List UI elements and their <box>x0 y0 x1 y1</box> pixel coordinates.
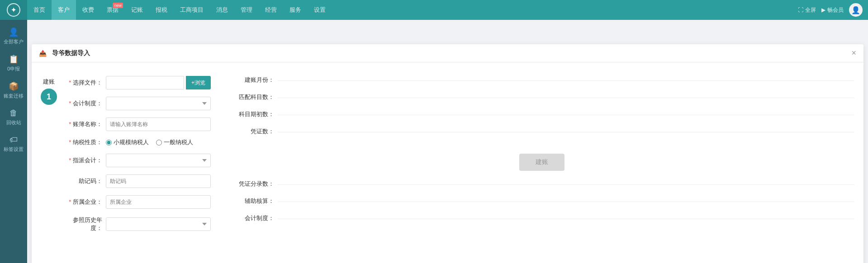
voucher-count-row: 凭证数： <box>229 127 854 136</box>
browse-button[interactable]: +浏览 <box>186 76 211 89</box>
dialog-body: 建账 1 * 选择文件： +浏览 * 会 <box>32 62 863 241</box>
build-btn-area: 建账 <box>229 154 854 171</box>
accounting-system-row: * 会计制度： <box>66 97 211 110</box>
company-row: * 所属企业： <box>66 195 211 209</box>
close-button[interactable]: × <box>851 49 856 57</box>
tax-type-row: * 纳税性质： 小规模纳税人 一般纳税人 <box>66 138 211 146</box>
step-section: 建账 1 <box>41 76 57 232</box>
account-month-value <box>278 80 854 81</box>
sidebar-item-all-customers[interactable]: 👤 全部客户 <box>0 23 27 49</box>
sidebar-item-recycle-bin[interactable]: 🗑 回收站 <box>0 105 27 130</box>
nav-item-fees[interactable]: 收费 <box>76 0 100 20</box>
tag-settings-icon: 🏷 <box>9 135 18 145</box>
subject-initial-value <box>278 114 854 115</box>
reference-year-row: 参照历史年度： <box>66 216 211 232</box>
logo-icon: ✦ <box>7 3 20 17</box>
account-migration-icon: 📦 <box>9 81 19 91</box>
memo-code-input[interactable] <box>106 174 211 188</box>
logo-area[interactable]: ✦ <box>0 0 27 20</box>
select-file-label: * 选择文件： <box>66 79 102 87</box>
select-file-row: * 选择文件： +浏览 <box>66 76 211 89</box>
small-taxpayer-radio[interactable] <box>106 140 112 146</box>
memo-code-row: 助记码： <box>66 174 211 188</box>
assign-accountant-label: * 指派会计： <box>66 156 102 164</box>
subject-initial-row: 科目期初数： <box>229 110 854 118</box>
nav-item-customers[interactable]: 客户 <box>52 0 76 20</box>
main-content: 📤 导爷数据导入 × 建账 1 * 选择文件： +浏览 <box>27 40 868 263</box>
dialog-panel: 📤 导爷数据导入 × 建账 1 * 选择文件： +浏览 <box>32 44 863 263</box>
auxiliary-row: 辅助核算： <box>229 197 854 205</box>
file-input-group: +浏览 <box>106 76 211 89</box>
general-taxpayer-option[interactable]: 一般纳税人 <box>156 138 193 146</box>
match-subjects-row: 匹配科目数： <box>229 93 854 101</box>
nav-items: 首页 客户 收费 票据 new 记账 报税 工商项目 消息 管理 经营 <box>27 0 798 20</box>
nav-item-bookkeeping[interactable]: 记账 <box>125 0 149 20</box>
recycle-bin-icon: 🗑 <box>9 108 18 118</box>
voucher-count-label: 凭证数： <box>229 127 274 136</box>
assign-accountant-select[interactable] <box>106 154 211 167</box>
sidebar-item-zero-declaration[interactable]: 📋 0申报 <box>0 51 27 76</box>
small-taxpayer-option[interactable]: 小规模纳税人 <box>106 138 149 146</box>
nav-right: ⛶ 全屏 ▶ 畅会员 👤 <box>798 3 863 17</box>
voucher-entries-value <box>278 183 854 185</box>
nav-item-bills[interactable]: 票据 new <box>100 0 125 20</box>
nav-item-messages[interactable]: 消息 <box>210 0 234 20</box>
voucher-entries-row: 凭证分录数： <box>229 180 854 188</box>
sidebar-item-account-migration[interactable]: 📦 账套迁移 <box>0 78 27 103</box>
accounting-system-select[interactable] <box>106 97 211 110</box>
badge-new: new <box>113 3 123 8</box>
reference-year-label: 参照历史年度： <box>66 216 102 232</box>
dialog-header: 📤 导爷数据导入 × <box>32 44 863 62</box>
match-subjects-value <box>278 97 854 98</box>
auxiliary-value <box>278 201 854 202</box>
match-subjects-label: 匹配科目数： <box>229 93 274 101</box>
sidebar-item-tag-settings[interactable]: 🏷 标签设置 <box>0 132 27 156</box>
subject-initial-label: 科目期初数： <box>229 110 274 118</box>
account-month-label: 建账月份： <box>229 76 274 84</box>
auxiliary-label: 辅助核算： <box>229 197 274 205</box>
nav-item-settings[interactable]: 设置 <box>308 0 332 20</box>
reference-year-select[interactable] <box>106 217 211 231</box>
all-customers-icon: 👤 <box>9 27 19 37</box>
nav-item-operations[interactable]: 经营 <box>259 0 283 20</box>
step-circle: 1 <box>41 89 57 105</box>
avatar[interactable]: 👤 <box>849 3 863 17</box>
info-accounting-system-row: 会计制度： <box>229 214 854 222</box>
top-nav: ✦ 首页 客户 收费 票据 new 记账 报税 工商项目 消息 管理 <box>0 0 868 20</box>
nav-item-services[interactable]: 服务 <box>283 0 308 20</box>
account-name-input[interactable] <box>106 117 211 131</box>
nav-item-business[interactable]: 工商项目 <box>174 0 210 20</box>
file-input[interactable] <box>106 76 184 89</box>
voucher-count-value <box>278 131 854 132</box>
voucher-entries-label: 凭证分录数： <box>229 180 274 188</box>
info-accounting-system-label: 会计制度： <box>229 214 274 222</box>
dialog-title: 导爷数据导入 <box>52 49 90 57</box>
assign-accountant-row: * 指派会计： <box>66 154 211 167</box>
member-button[interactable]: ▶ 畅会员 <box>821 6 844 14</box>
company-label: * 所属企业： <box>66 198 102 206</box>
nav-item-manage[interactable]: 管理 <box>234 0 259 20</box>
account-month-row: 建账月份： <box>229 76 854 84</box>
zero-declaration-icon: 📋 <box>9 54 19 64</box>
tax-type-radio-group: 小规模纳税人 一般纳税人 <box>106 138 211 146</box>
tax-type-label: * 纳税性质： <box>66 138 102 146</box>
company-input[interactable] <box>106 195 211 209</box>
nav-item-tax[interactable]: 报税 <box>149 0 174 20</box>
upload-icon: 📤 <box>39 50 47 57</box>
info-accounting-system-value <box>278 218 854 219</box>
form-section: * 选择文件： +浏览 * 会计制度： <box>66 76 211 232</box>
account-name-row: * 账簿名称： <box>66 117 211 131</box>
sidebar: 👤 全部客户 📋 0申报 📦 账套迁移 🗑 回收站 🏷 标签设置 <box>0 20 27 263</box>
info-section: 建账月份： 匹配科目数： 科目期初数： 凭证数： 建账 <box>211 76 854 232</box>
memo-code-label: 助记码： <box>66 177 102 185</box>
nav-item-home[interactable]: 首页 <box>27 0 52 20</box>
fullscreen-button[interactable]: ⛶ 全屏 <box>798 6 816 14</box>
step-label: 建账 <box>43 78 55 86</box>
account-name-label: * 账簿名称： <box>66 120 102 128</box>
general-taxpayer-radio[interactable] <box>156 140 162 146</box>
build-account-button[interactable]: 建账 <box>519 154 564 171</box>
accounting-system-label: * 会计制度： <box>66 99 102 108</box>
